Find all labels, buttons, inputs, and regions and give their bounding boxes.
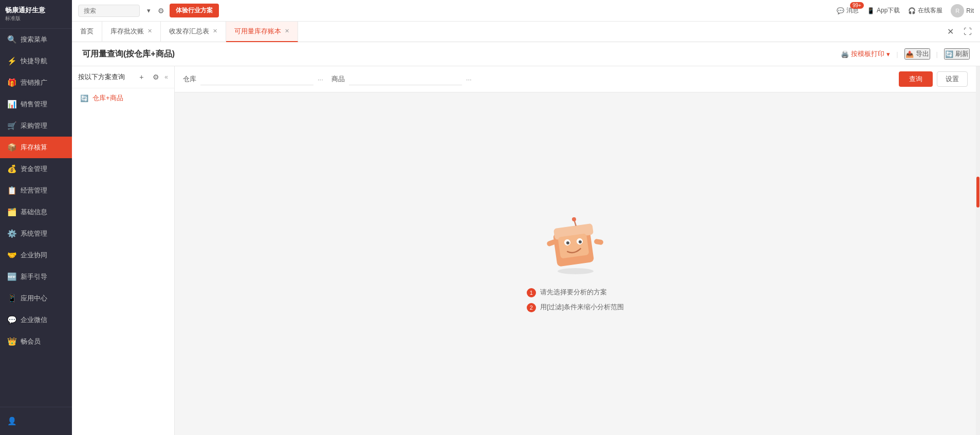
print-dropdown-icon[interactable]: ▾ (886, 50, 890, 58)
sidebar-item-label: 营销推广 (21, 78, 47, 87)
download-icon: 📱 (867, 7, 875, 14)
refresh-button[interactable]: 🔄 刷新 (944, 48, 970, 60)
headset-icon: 🎧 (908, 7, 916, 14)
sidebar-item-member[interactable]: 👑 畅会员 (0, 331, 72, 352)
sidebar-item-label: 企业微信 (21, 315, 47, 325)
svg-point-0 (558, 268, 594, 274)
sidebar-item-label: 经营管理 (21, 186, 47, 195)
sidebar-item-label: 新手引导 (21, 272, 47, 281)
user-menu[interactable]: R Rit (951, 4, 974, 17)
warehouse-input[interactable] (200, 73, 313, 85)
sidebar-item-apps[interactable]: 📱 应用中心 (0, 288, 72, 309)
tab-batch-account-close[interactable]: ✕ (147, 28, 152, 34)
chart-icon: 📊 (7, 100, 16, 109)
scrollbar-thumb (976, 177, 979, 207)
svg-rect-3 (558, 233, 589, 258)
mobile-icon: 📱 (7, 294, 16, 303)
tab-collect-summary-close[interactable]: ✕ (213, 28, 217, 34)
app-download-button[interactable]: 📱 App下载 (867, 6, 900, 15)
sidebar-item-label: 搜索菜单 (21, 35, 47, 44)
brand-tag: 标准版 (5, 15, 67, 22)
industry-solution-button[interactable]: 体验行业方案 (170, 4, 219, 17)
query-button[interactable]: 查询 (899, 71, 933, 87)
online-service-label: 在线客服 (918, 6, 942, 15)
filter-row: 仓库 ··· 商品 ··· 查询 设置 (175, 66, 976, 92)
sidebar-item-guide[interactable]: 🆕 新手引导 (0, 266, 72, 288)
sidebar-item-inventory[interactable]: 📦 库存核算 (0, 137, 72, 158)
tab-collect-summary[interactable]: 收发存汇总表 ✕ (161, 22, 226, 42)
page-header-actions: 🖨️ 按模板打印 ▾ | 📤 导出 | 🔄 刷新 (841, 48, 970, 60)
tab-collect-summary-label: 收发存汇总表 (169, 27, 209, 36)
product-filter-group: 商品 ··· (331, 73, 472, 85)
sidebar-item-basic[interactable]: 🗂️ 基础信息 (0, 201, 72, 223)
sidebar-item-finance[interactable]: 💰 资金管理 (0, 158, 72, 180)
sidebar-item-purchase[interactable]: 🛒 采购管理 (0, 115, 72, 137)
sidebar-user: 👤 (0, 412, 72, 430)
right-scrollbar[interactable] (976, 66, 980, 435)
sidebar-item-search[interactable]: 🔍 搜索菜单 (0, 29, 72, 50)
topbar-dropdown-button[interactable]: ▾ (145, 6, 153, 15)
export-icon: 📤 (905, 50, 914, 58)
tab-available-stock-close[interactable]: ✕ (285, 28, 289, 34)
add-scheme-button[interactable]: + (136, 71, 147, 83)
search-icon: 🔍 (7, 35, 16, 44)
sidebar-menu: 🔍 搜索菜单 ⚡ 快捷导航 🎁 营销推广 📊 销售管理 🛒 采购管理 📦 (0, 29, 72, 407)
sidebar-item-label: 销售管理 (21, 100, 47, 109)
table-settings-button[interactable]: 设置 (937, 71, 968, 87)
warehouse-filter-group: 仓库 ··· (183, 73, 323, 85)
cart-icon: 🛒 (7, 121, 16, 130)
collapse-panel-button[interactable]: « (164, 73, 168, 81)
left-panel: 按以下方案查询 + ⚙ « 🔄 仓库+商品 (72, 66, 175, 435)
sidebar-item-operations[interactable]: 📋 经营管理 (0, 180, 72, 201)
sidebar-item-label: 资金管理 (21, 164, 47, 174)
gear-icon: ⚙️ (7, 229, 16, 238)
product-input[interactable] (349, 73, 462, 85)
message-badge: 99+ (850, 2, 864, 9)
scheme-icon: 🔄 (80, 94, 88, 102)
main-panel: 仓库 ··· 商品 ··· 查询 设置 (175, 66, 976, 435)
sidebar-item-sales[interactable]: 📊 销售管理 (0, 93, 72, 115)
page-header: 可用量查询(按仓库+商品) 🖨️ 按模板打印 ▾ | 📤 导出 | 🔄 刷新 (72, 42, 980, 66)
sidebar-item-label: 库存核算 (21, 143, 47, 152)
user-icon: 👤 (7, 417, 16, 426)
online-service-button[interactable]: 🎧 在线客服 (908, 6, 942, 15)
sidebar-item-label: 企业协同 (21, 251, 47, 260)
folder-icon: 🗂️ (7, 207, 16, 217)
empty-state: 1 请先选择要分析的方案 2 用[过滤]条件来缩小分析范围 (175, 92, 976, 435)
sidebar-item-marketing[interactable]: 🎁 营销推广 (0, 72, 72, 93)
tab-available-stock-label: 可用量库存账本 (234, 27, 281, 36)
sidebar-item-system[interactable]: ⚙️ 系统管理 (0, 223, 72, 244)
sidebar-item-partner[interactable]: 🤝 企业协同 (0, 244, 72, 266)
print-button[interactable]: 🖨️ 按模板打印 ▾ (841, 49, 890, 59)
app-download-label: App下载 (877, 6, 900, 15)
message-button[interactable]: 💬 消息 99+ (837, 6, 859, 15)
money-icon: 💰 (7, 164, 16, 174)
tab-batch-account[interactable]: 库存批次账 ✕ (102, 22, 161, 42)
topbar-search-input[interactable] (78, 5, 140, 17)
main-content: ▾ ⚙ 体验行业方案 💬 消息 99+ 📱 App下载 🎧 在线客服 (72, 0, 980, 435)
brand-name: 畅康通好生意 (5, 6, 67, 15)
clipboard-icon: 📋 (7, 186, 16, 195)
tab-home[interactable]: 首页 (72, 22, 102, 42)
separator-2: | (936, 50, 938, 58)
hint-text-2: 用[过滤]条件来缩小分析范围 (540, 302, 624, 312)
hint-text-1: 请先选择要分析的方案 (540, 288, 607, 297)
handshake-icon: 🤝 (7, 251, 16, 260)
product-more-button[interactable]: ··· (466, 75, 472, 83)
tab-available-stock[interactable]: 可用量库存账本 ✕ (226, 22, 298, 42)
tab-close-all-button[interactable]: ✕ (943, 25, 957, 39)
tab-maximize-button[interactable]: ⛶ (960, 25, 975, 39)
content-area: 按以下方案查询 + ⚙ « 🔄 仓库+商品 仓库 (72, 66, 980, 435)
sidebar-item-quicknav[interactable]: ⚡ 快捷导航 (0, 50, 72, 72)
empty-robot-svg (545, 216, 606, 277)
tabs-controls: ✕ ⛶ (943, 25, 980, 39)
topbar-gear-icon[interactable]: ⚙ (158, 7, 164, 15)
empty-hints: 1 请先选择要分析的方案 2 用[过滤]条件来缩小分析范围 (527, 288, 624, 312)
export-button[interactable]: 📤 导出 (904, 48, 930, 60)
scheme-settings-button[interactable]: ⚙ (150, 71, 161, 83)
left-panel-title: 按以下方案查询 (78, 72, 125, 82)
refresh-icon: 🔄 (945, 50, 953, 58)
scheme-warehouse-product[interactable]: 🔄 仓库+商品 (72, 88, 174, 108)
sidebar-item-wechat[interactable]: 💬 企业微信 (0, 309, 72, 331)
warehouse-more-button[interactable]: ··· (318, 75, 323, 83)
